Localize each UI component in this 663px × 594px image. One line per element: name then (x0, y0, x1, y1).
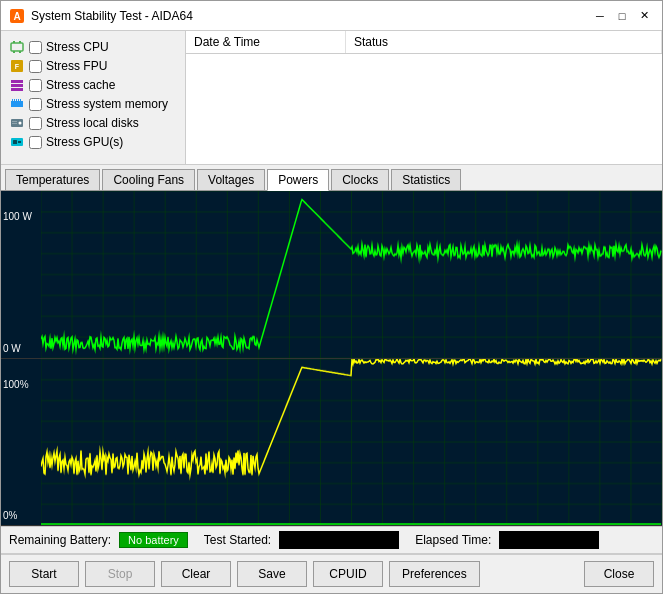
svg-rect-16 (18, 99, 19, 101)
stress-gpu-checkbox[interactable] (29, 136, 42, 149)
stop-button[interactable]: Stop (85, 561, 155, 587)
tab-cooling-fans[interactable]: Cooling Fans (102, 169, 195, 190)
battery-value: No battery (119, 532, 188, 548)
stress-gpu-row: Stress GPU(s) (9, 134, 177, 150)
cpu-icon (9, 39, 25, 55)
buttons-bar: Start Stop Clear Save CPUID Preferences … (1, 554, 662, 593)
status-bar: Remaining Battery: No battery Test Start… (1, 526, 662, 554)
tab-temperatures[interactable]: Temperatures (5, 169, 100, 190)
test-started-value (279, 531, 399, 549)
main-content: Stress CPU F Stress FPU Stress cache Str… (1, 31, 662, 593)
test-started-label: Test Started: (204, 533, 271, 547)
memory-icon (9, 96, 25, 112)
battery-label: Remaining Battery: (9, 533, 111, 547)
stress-disk-checkbox[interactable] (29, 117, 42, 130)
tab-statistics[interactable]: Statistics (391, 169, 461, 190)
fpu-icon: F (9, 58, 25, 74)
close-button[interactable]: Close (584, 561, 654, 587)
svg-rect-14 (14, 99, 15, 101)
close-window-button[interactable]: ✕ (634, 6, 654, 26)
svg-text:F: F (15, 63, 20, 70)
stress-fpu-row: F Stress FPU (9, 58, 177, 74)
start-button[interactable]: Start (9, 561, 79, 587)
stress-memory-row: Stress system memory (9, 96, 177, 112)
charts-area: 100 W 0 W ☑ CPU Package 64.91 100% 0% CP… (1, 191, 662, 526)
log-panel: Date & Time Status (186, 31, 662, 164)
chart2-y-min: 0% (1, 510, 41, 521)
stress-disk-row: Stress local disks (9, 115, 177, 131)
save-button[interactable]: Save (237, 561, 307, 587)
main-window: A System Stability Test - AIDA64 ─ □ ✕ S… (0, 0, 663, 594)
chart1-canvas (41, 191, 662, 358)
tab-clocks[interactable]: Clocks (331, 169, 389, 190)
cpuid-button[interactable]: CPUID (313, 561, 383, 587)
svg-rect-15 (16, 99, 17, 101)
stress-memory-label: Stress system memory (46, 97, 168, 111)
tab-voltages[interactable]: Voltages (197, 169, 265, 190)
svg-rect-3 (13, 41, 15, 43)
stress-cpu-label: Stress CPU (46, 40, 109, 54)
svg-rect-24 (18, 141, 21, 143)
stress-cache-row: Stress cache (9, 77, 177, 93)
stress-disk-label: Stress local disks (46, 116, 139, 130)
elapsed-value (499, 531, 599, 549)
svg-rect-12 (11, 101, 23, 107)
elapsed-label: Elapsed Time: (415, 533, 491, 547)
log-date-header: Date & Time (186, 31, 346, 53)
stress-fpu-checkbox[interactable] (29, 60, 42, 73)
chart1-container: 100 W 0 W ☑ CPU Package 64.91 (1, 191, 662, 359)
svg-rect-10 (11, 84, 23, 87)
log-status-header: Status (346, 31, 662, 53)
chart2-canvas (41, 359, 662, 526)
chart1-y-min: 0 W (1, 343, 41, 354)
chart2-y-max: 100% (1, 379, 41, 390)
chart2-container: 100% 0% CPU Usage | CPU Throttling 100% … (1, 359, 662, 527)
svg-rect-23 (13, 140, 17, 144)
svg-rect-21 (12, 123, 17, 124)
stress-gpu-label: Stress GPU(s) (46, 135, 123, 149)
clear-button[interactable]: Clear (161, 561, 231, 587)
stress-cache-label: Stress cache (46, 78, 115, 92)
window-title: System Stability Test - AIDA64 (31, 9, 590, 23)
gpu-icon (9, 134, 25, 150)
svg-rect-9 (11, 80, 23, 83)
stress-cache-checkbox[interactable] (29, 79, 42, 92)
preferences-button[interactable]: Preferences (389, 561, 480, 587)
svg-rect-20 (12, 121, 17, 122)
chart1-y-max: 100 W (1, 211, 41, 222)
svg-rect-17 (20, 99, 21, 101)
stress-options-panel: Stress CPU F Stress FPU Stress cache Str… (1, 31, 186, 164)
top-section: Stress CPU F Stress FPU Stress cache Str… (1, 31, 662, 165)
stress-fpu-label: Stress FPU (46, 59, 107, 73)
svg-rect-2 (11, 43, 23, 51)
stress-memory-checkbox[interactable] (29, 98, 42, 111)
stress-cpu-checkbox[interactable] (29, 41, 42, 54)
maximize-button[interactable]: □ (612, 6, 632, 26)
svg-rect-11 (11, 88, 23, 91)
svg-point-19 (19, 122, 22, 125)
window-controls: ─ □ ✕ (590, 6, 654, 26)
svg-rect-6 (19, 51, 21, 53)
svg-text:A: A (13, 11, 20, 22)
title-bar: A System Stability Test - AIDA64 ─ □ ✕ (1, 1, 662, 31)
app-icon: A (9, 8, 25, 24)
log-header: Date & Time Status (186, 31, 662, 54)
svg-rect-5 (13, 51, 15, 53)
minimize-button[interactable]: ─ (590, 6, 610, 26)
tab-powers[interactable]: Powers (267, 169, 329, 191)
tabs-bar: Temperatures Cooling Fans Voltages Power… (1, 165, 662, 191)
cache-icon (9, 77, 25, 93)
stress-cpu-row: Stress CPU (9, 39, 177, 55)
svg-rect-4 (19, 41, 21, 43)
log-body[interactable] (186, 54, 662, 164)
svg-rect-13 (12, 99, 13, 101)
disk-icon (9, 115, 25, 131)
